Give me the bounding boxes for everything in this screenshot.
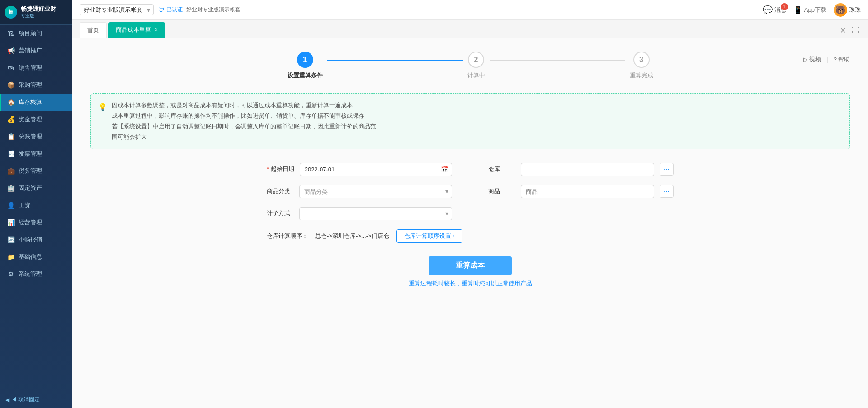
form-row-warehouse: 仓库 ··· (488, 163, 674, 176)
app-download-button[interactable]: 📱 App下载 (793, 5, 826, 14)
sidebar-item-purchase[interactable]: 📦 采购管理 (0, 76, 72, 94)
accounting-icon: 📋 (7, 133, 15, 141)
app-subtitle: 专业版 (21, 13, 56, 19)
sidebar-footer[interactable]: ◀ ◀ 取消固定 (0, 391, 72, 408)
form-row-category: 商品分类 商品分类 ▾ (267, 185, 452, 198)
step-1-label: 设置重算条件 (288, 71, 323, 80)
finance-icon: 💰 (7, 115, 15, 123)
warehouse-dots-button[interactable]: ··· (660, 163, 674, 176)
step-3: 3 重算完成 (630, 52, 653, 80)
tab-close-icon[interactable]: × (155, 27, 158, 33)
step-line-1-2 (327, 60, 463, 61)
expand-page-button[interactable]: ⛶ (850, 25, 861, 36)
user-name: 珠珠 (849, 6, 861, 14)
sidebar-item-label: 经营管理 (19, 218, 42, 227)
category-select-wrap: 商品分类 ▾ (299, 185, 452, 198)
sidebar-item-label: 资金管理 (19, 115, 42, 123)
sidebar-item-payroll[interactable]: 👤 工资 (0, 197, 72, 214)
sidebar-item-label: 工资 (19, 201, 30, 209)
step-3-circle: 3 (633, 52, 650, 68)
sidebar-item-operations[interactable]: 📊 经营管理 (0, 214, 72, 231)
sidebar-item-label: 采购管理 (19, 81, 42, 89)
message-button[interactable]: 💬 消息 1 (763, 5, 786, 15)
sidebar-item-finance[interactable]: 💰 资金管理 (0, 111, 72, 128)
sidebar-item-label: 项目顾问 (19, 29, 42, 38)
tab-bar: 首页 商品成本重算 × ✕ ⛶ (72, 20, 868, 38)
product-dots-button[interactable]: ··· (660, 185, 674, 198)
verified-account-name: 好业财专业版演示帐套 (186, 6, 241, 14)
sidebar-item-expense[interactable]: 🔄 小畅报销 (0, 231, 72, 248)
lightbulb-icon: 💡 (98, 101, 107, 142)
verified-badge: 🛡 已认证 好业财专业版演示帐套 (158, 6, 241, 14)
tab-home[interactable]: 首页 (80, 22, 107, 38)
expense-icon: 🔄 (7, 236, 15, 244)
pricing-label: 计价方式 (267, 209, 294, 218)
sidebar-item-marketing[interactable]: 📢 营销推广 (0, 42, 72, 59)
sidebar-item-label: 发票管理 (19, 150, 42, 158)
calc-order-label: 仓库计算顺序： (267, 232, 308, 240)
form-row-product: 商品 ··· (488, 185, 674, 198)
product-input[interactable] (521, 185, 654, 198)
recalc-hint: 重算过程耗时较长，重算时您可以正常使用产品 (409, 280, 532, 288)
topbar: 好业财专业版演示帐套 🛡 已认证 好业财专业版演示帐套 💬 消息 1 📱 App… (72, 0, 868, 20)
system-icon: ⚙ (7, 270, 15, 278)
close-page-button[interactable]: ✕ (837, 25, 848, 36)
recalc-button[interactable]: 重算成本 (429, 256, 512, 275)
account-selector[interactable]: 好业财专业版演示帐套 (80, 4, 154, 15)
warehouse-input[interactable] (521, 163, 654, 176)
help-link[interactable]: ? 帮助 (834, 55, 850, 63)
pricing-select[interactable] (299, 207, 452, 220)
calc-order-value: 总仓->深圳仓库->...->门店仓 (315, 232, 389, 240)
app-download-label: App下载 (804, 6, 826, 14)
project-icon: 🏗 (7, 29, 15, 38)
sidebar-item-accounting[interactable]: 📋 总账管理 (0, 128, 72, 145)
step-help-links: ▷ 视频 | ? 帮助 (803, 55, 850, 63)
sidebar-item-project[interactable]: 🏗 项目顾问 (0, 25, 72, 42)
avatar: 🐻 (834, 3, 847, 17)
user-profile[interactable]: 🐻 珠珠 (834, 3, 861, 17)
account-selector-wrap[interactable]: 好业财专业版演示帐套 (80, 4, 154, 15)
step-1: 1 设置重算条件 (288, 52, 323, 80)
video-link[interactable]: ▷ 视频 (803, 55, 821, 63)
sidebar-item-sales[interactable]: 🛍 销售管理 (0, 59, 72, 76)
info-box: 💡 因成本计算参数调整，或是对商品成本有疑问时，可以通过成本重算功能，重新计算一… (90, 93, 850, 149)
app-title: 畅捷通好业财 (21, 5, 56, 13)
form-grid: 起始日期 📅 仓库 ··· 商品分类 商品分类 ▾ (267, 163, 674, 220)
calc-order-settings-button[interactable]: 仓库计算顺序设置 › (396, 229, 462, 243)
start-date-input[interactable] (300, 163, 452, 176)
form-row-start-date: 起始日期 📅 (267, 163, 452, 176)
sidebar-item-label: 基础信息 (19, 253, 42, 261)
submit-area: 重算成本 重算过程耗时较长，重算时您可以正常使用产品 (90, 256, 850, 288)
start-date-label: 起始日期 (267, 165, 294, 173)
sidebar-item-label: 税务管理 (19, 167, 42, 175)
sidebar-title-area: 畅捷通好业财 专业版 (21, 5, 56, 19)
sidebar-header: 畅 畅捷通好业财 专业版 (0, 0, 72, 25)
step-3-label: 重算完成 (630, 71, 653, 80)
operations-icon: 📊 (7, 218, 15, 227)
sidebar-item-basic[interactable]: 📁 基础信息 (0, 248, 72, 266)
app-logo: 畅 (5, 6, 17, 19)
sidebar-item-system[interactable]: ⚙ 系统管理 (0, 266, 72, 283)
calendar-icon[interactable]: 📅 (441, 166, 448, 173)
tab-home-label: 首页 (87, 26, 99, 34)
info-line-2: 成本重算过程中，影响库存账的操作均不能操作，比如进货单、销货单、库存单据不能审核… (112, 110, 376, 121)
sidebar-item-assets[interactable]: 🏢 固定资产 (0, 180, 72, 197)
info-line-4: 围可能会扩大 (112, 132, 376, 142)
sidebar-item-invoice[interactable]: 🧾 发票管理 (0, 145, 72, 162)
purchase-icon: 📦 (7, 81, 15, 89)
sidebar-item-label: 固定资产 (19, 184, 42, 192)
tax-icon: 💼 (7, 167, 15, 175)
category-select[interactable]: 商品分类 (299, 185, 452, 198)
pricing-select-wrap: ▾ (299, 207, 452, 220)
sidebar-item-tax[interactable]: 💼 税务管理 (0, 162, 72, 180)
basic-icon: 📁 (7, 253, 15, 261)
invoice-icon: 🧾 (7, 150, 15, 158)
tab-cost-recalc[interactable]: 商品成本重算 × (108, 22, 165, 38)
sidebar-item-label: 营销推广 (19, 47, 42, 55)
sidebar-item-inventory[interactable]: 🏠 库存核算 (0, 94, 72, 111)
shield-icon: 🛡 (158, 6, 165, 14)
notification-badge: 1 (781, 3, 788, 10)
question-icon: ? (834, 56, 837, 63)
topbar-right: 💬 消息 1 📱 App下载 🐻 珠珠 (763, 3, 861, 17)
assets-icon: 🏢 (7, 184, 15, 192)
